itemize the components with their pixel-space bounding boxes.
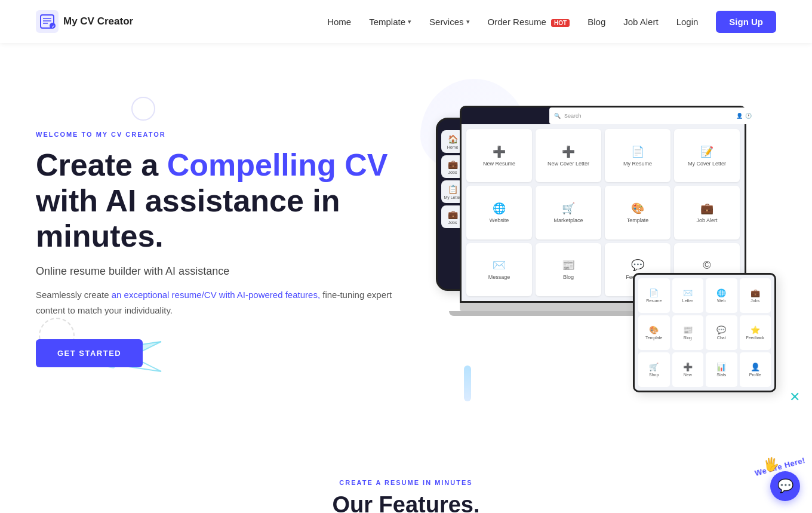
list-item: 📝My Cover Letter	[674, 129, 740, 182]
nav-signup[interactable]: Sign Up	[716, 11, 776, 33]
avatar-icon: 👤	[736, 113, 743, 119]
tablet-mockup: 📄Resume ✉️Letter 🌐Web 💼Jobs 🎨Template 📰B…	[633, 273, 776, 392]
history-icon: 🕐	[745, 113, 746, 119]
hero-title-part1: Create a	[36, 148, 167, 182]
hero-title: Create a Compelling CV with AI assistanc…	[36, 148, 421, 254]
chat-bubble-icon: 💬	[777, 478, 793, 494]
nav-template[interactable]: Template ▾	[369, 17, 411, 27]
features-title: Our Features.	[36, 492, 776, 513]
services-chevron-icon: ▾	[466, 18, 470, 26]
hero-title-part2: with AI assistance in minutes.	[36, 183, 340, 254]
myletter-icon: 📋	[448, 185, 458, 194]
list-item: 💼Jobs	[740, 278, 771, 313]
list-item: 🌐Web	[706, 278, 737, 313]
logo-text: My CV Creator	[63, 16, 133, 27]
hero-desc: Seamlessly create an exceptional resume/…	[36, 287, 421, 318]
bottom-section: CREATE A RESUME IN MINUTES Our Features.	[0, 449, 812, 513]
nav-login[interactable]: Login	[676, 17, 699, 27]
list-item: 🛒Marketplace	[536, 186, 601, 239]
jobs2-icon: 💼	[448, 210, 458, 219]
device-mockup: 🏠Home ✉️Letter 📄Resume 💼Jobs 🌐Website 📝M…	[442, 106, 776, 392]
list-item: ➕New	[672, 352, 704, 387]
hero-desc-link[interactable]: an exceptional resume/CV with AI-powered…	[112, 290, 320, 300]
close-icon[interactable]: ✕	[789, 389, 800, 405]
hero-section: WELCOME TO MY CV CREATOR Create a Compel…	[0, 43, 812, 449]
list-item: 💬Chat	[706, 315, 737, 350]
hero-desc-before: Seamlessly create	[36, 290, 112, 300]
chat-bubble-button[interactable]: 💬	[770, 471, 800, 501]
list-item: ✉️Letter	[672, 278, 704, 313]
nav-links: Home Template ▾ Services ▾ Order Resume …	[327, 11, 776, 33]
list-item: 🎨Template	[638, 315, 670, 350]
list-item: 📄Resume	[638, 278, 670, 313]
wave-icon: 🖐	[763, 457, 779, 472]
list-item: ✉️Message	[466, 243, 532, 296]
deco-circle-top	[131, 97, 155, 121]
list-item: 💼Job Alert	[674, 186, 740, 239]
list-item: 🎨Template	[605, 186, 670, 239]
logo-icon: ✓	[36, 10, 59, 33]
hero-title-highlight: Compelling CV	[167, 148, 388, 182]
nav-blog[interactable]: Blog	[588, 17, 605, 27]
list-item: 🌐Website	[466, 186, 532, 239]
list-item: ⭐Feedback	[740, 315, 771, 350]
list-item: 📰Blog	[536, 243, 601, 296]
home-icon: 🏠	[448, 134, 458, 144]
hot-badge: Hot	[551, 19, 570, 27]
list-item: 📰Blog	[672, 315, 704, 350]
nav-services[interactable]: Services ▾	[429, 17, 470, 27]
nav-order-resume[interactable]: Order Resume Hot	[488, 17, 570, 27]
hero-subtitle: Online resume builder with AI assistance	[36, 265, 421, 278]
list-item: 👤Profile	[740, 352, 771, 387]
nav-job-alert[interactable]: Job Alert	[623, 17, 658, 27]
list-item: 🛒Shop	[638, 352, 670, 387]
svg-rect-0	[36, 10, 59, 33]
hero-left: WELCOME TO MY CV CREATOR Create a Compel…	[36, 131, 421, 367]
nav-home[interactable]: Home	[327, 17, 351, 27]
create-label: CREATE A RESUME IN MINUTES	[36, 479, 776, 486]
welcome-label: WELCOME TO MY CV CREATOR	[36, 131, 421, 138]
jobs-icon: 💼	[448, 159, 458, 169]
navbar: ✓ My CV Creator Home Template ▾ Services…	[0, 0, 812, 43]
list-item: ➕New Resume	[466, 129, 532, 182]
hero-right: 🏠Home ✉️Letter 📄Resume 💼Jobs 🌐Website 📝M…	[421, 106, 776, 392]
search-icon: 🔍	[554, 113, 561, 119]
logo-link[interactable]: ✓ My CV Creator	[36, 10, 133, 33]
list-item: 📊Stats	[706, 352, 737, 387]
template-chevron-icon: ▾	[408, 18, 411, 26]
svg-text:✓: ✓	[51, 24, 55, 29]
list-item: ➕New Cover Letter	[536, 129, 601, 182]
tablet-app-grid: 📄Resume ✉️Letter 🌐Web 💼Jobs 🎨Template 📰B…	[635, 275, 774, 391]
list-item: 📄My Resume	[605, 129, 670, 182]
get-started-button[interactable]: GET STARTED	[36, 339, 143, 367]
